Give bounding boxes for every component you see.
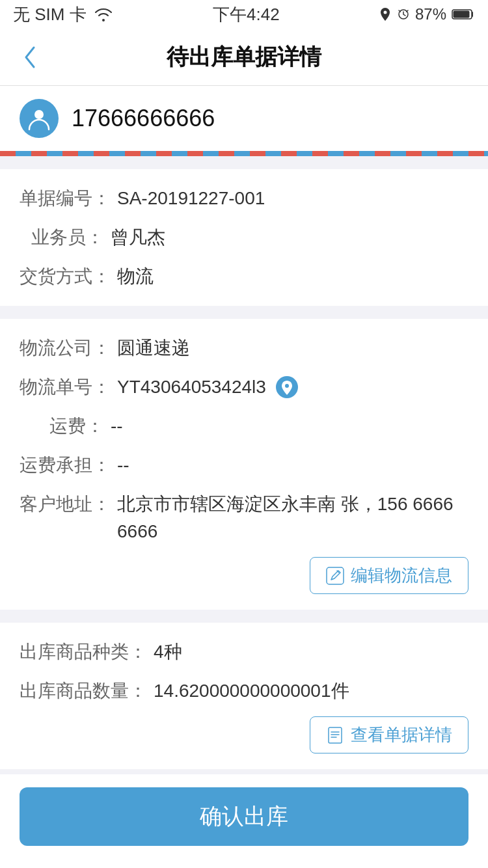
address-row: 客户地址： 北京市市辖区海淀区永丰南 张，156 6666 6666 [20,491,468,545]
bottom-area: 确认出库 [0,774,488,868]
outbound-type-label: 出库商品种类： [20,638,147,666]
logistics-company-value: 圆通速递 [117,334,468,362]
svg-rect-3 [453,11,469,18]
status-right: 87% [379,5,475,23]
edit-icon [326,567,344,585]
user-phone: 17666666666 [72,105,215,132]
carrier-label: 无 SIM 卡 [13,3,87,26]
salesman-label: 业务员： [20,224,104,251]
confirm-outbound-button[interactable]: 确认出库 [20,787,468,846]
freight-value: -- [111,413,468,440]
svg-rect-7 [327,567,344,584]
back-button[interactable] [16,43,44,72]
edit-logistics-button[interactable]: 编辑物流信息 [310,557,468,594]
location-status-icon [379,7,392,21]
outbound-type-row: 出库商品种类： 4种 [20,638,468,666]
freight-bearer-value: -- [117,452,468,479]
tracking-value: YT43064053424l3 [117,373,266,401]
view-detail-btn-row: 查看单据详情 [20,716,468,753]
logistics-company-label: 物流公司： [20,334,111,362]
battery-icon [452,8,475,20]
freight-bearer-label: 运费承担： [20,452,111,479]
basic-info-card: 单据编号： SA-20191227-001 业务员： 曾凡杰 交货方式： 物流 [0,169,488,306]
user-header-card: 17666666666 [0,86,488,151]
edit-btn-row: 编辑物流信息 [20,557,468,594]
main-content: 17666666666 单据编号： SA-20191227-001 业务员： 曾… [0,86,488,868]
battery-label: 87% [415,5,446,23]
outbound-type-value: 4种 [154,638,468,666]
freight-bearer-row: 运费承担： -- [20,452,468,479]
tracking-location-icon[interactable] [275,375,299,399]
status-left: 无 SIM 卡 [13,3,114,26]
user-avatar [20,99,59,138]
delivery-method-label: 交货方式： [20,263,111,290]
doc-number-value: SA-20191227-001 [117,185,468,212]
svg-point-6 [285,384,289,388]
view-detail-label: 查看单据详情 [351,724,452,746]
tracking-row: 物流单号： YT43064053424l3 [20,373,468,401]
page-title: 待出库单据详情 [167,42,321,72]
alarm-icon [397,7,410,21]
svg-rect-8 [329,727,342,743]
outbound-quantity-value: 14.620000000000001件 [154,677,468,705]
doc-number-label: 单据编号： [20,185,111,212]
dashed-separator [0,151,488,156]
tracking-label: 物流单号： [20,373,111,401]
address-label: 客户地址： [20,491,111,518]
doc-number-row: 单据编号： SA-20191227-001 [20,185,468,212]
outbound-quantity-row: 出库商品数量： 14.620000000000001件 [20,677,468,705]
svg-point-0 [383,11,386,14]
delivery-method-value: 物流 [117,263,468,290]
outbound-quantity-label: 出库商品数量： [20,677,147,705]
salesman-value: 曾凡杰 [111,224,468,251]
address-value: 北京市市辖区海淀区永丰南 张，156 6666 6666 [117,491,468,545]
logistics-company-row: 物流公司： 圆通速递 [20,334,468,362]
edit-logistics-label: 编辑物流信息 [351,564,452,587]
document-icon [326,726,344,744]
confirm-button-label: 确认出库 [200,802,288,832]
salesman-row: 业务员： 曾凡杰 [20,224,468,251]
view-detail-button[interactable]: 查看单据详情 [310,716,468,753]
svg-point-4 [34,110,44,119]
logistics-info-card: 物流公司： 圆通速递 物流单号： YT43064053424l3 运费： -- … [0,319,488,610]
status-bar: 无 SIM 卡 下午4:42 87% [0,0,488,29]
status-time: 下午4:42 [213,3,280,26]
tracking-value-container: YT43064053424l3 [117,373,468,401]
freight-label: 运费： [20,413,104,440]
freight-row: 运费： -- [20,413,468,440]
nav-bar: 待出库单据详情 [0,29,488,86]
delivery-method-row: 交货方式： 物流 [20,263,468,290]
wifi-icon [93,7,114,21]
outbound-info-card: 出库商品种类： 4种 出库商品数量： 14.620000000000001件 查… [0,623,488,769]
